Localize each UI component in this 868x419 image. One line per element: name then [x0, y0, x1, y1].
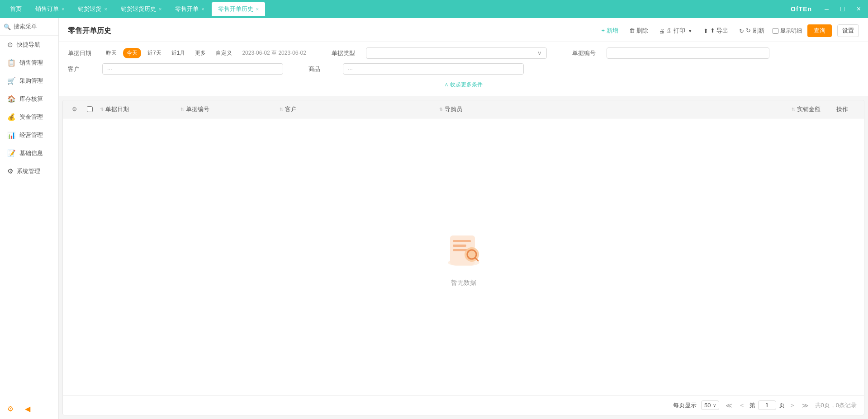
tab-retail-open-history[interactable]: 零售开单历史 ×	[212, 2, 265, 16]
last-page-btn[interactable]: ≫	[800, 401, 811, 410]
export-button[interactable]: ⬆ ⬆ 导出	[701, 25, 731, 37]
empty-text: 暂无数据	[451, 279, 476, 287]
print-button[interactable]: 🖨 🖨 打印 ▼	[656, 25, 695, 37]
tab-sales-return-history[interactable]: 销货退货历史 ×	[114, 2, 168, 16]
filter-area: 单据日期 昨天 今天 近7天 近1月 更多 自定义 2023-06-02 至 2…	[59, 42, 868, 96]
toolbar: + 新增 🗑 删除 🖨 🖨 打印 ▼ ⬆ ⬆ 导出 ↻ ↻ 刷新	[598, 24, 859, 37]
page-number-input[interactable]	[758, 400, 776, 410]
tab-sales-return-history-close[interactable]: ×	[159, 6, 161, 12]
sidebar: 🔍 搜索采单 ⊙ 快捷导航 📋 销售管理 🛒 采购管理 🏠 库存核算 💰	[0, 18, 59, 419]
add-button[interactable]: + 新增	[598, 25, 621, 37]
tab-sales-order[interactable]: 销售订单 ×	[29, 2, 71, 16]
tab-sales-return-history-label: 销货退货历史	[121, 5, 156, 13]
tab-sales-return[interactable]: 销货退货 ×	[71, 2, 113, 16]
tab-retail-open[interactable]: 零售开单 ×	[169, 2, 210, 16]
purchase-mgmt-icon: 🛒	[7, 77, 16, 85]
sort-icon-guide: ⇅	[439, 107, 443, 112]
show-detail-checkbox-area[interactable]: 显示明细	[773, 27, 802, 35]
type-select[interactable]: ∨	[366, 47, 547, 59]
svg-rect-3	[453, 245, 466, 247]
sales-mgmt-icon: 📋	[7, 59, 16, 67]
sidebar-settings-btn[interactable]: ⚙	[4, 402, 17, 415]
date-opt-yesterday[interactable]: 昨天	[102, 48, 120, 58]
per-page-label: 每页显示	[673, 401, 697, 410]
svg-rect-2	[453, 240, 471, 242]
th-customer: ⇅ 客户	[276, 105, 436, 113]
per-page-select[interactable]: 50 ∨	[701, 400, 719, 410]
select-all-checkbox-area[interactable]	[83, 106, 96, 112]
tab-retail-open-history-close[interactable]: ×	[256, 6, 259, 12]
tab-sales-return-label: 销货退货	[78, 5, 101, 13]
sidebar-collapse-btn[interactable]: ◀	[21, 402, 34, 415]
table-header: ⚙ ⇅ 单据日期 ⇅ 单据编号 ⇅ 客户 ⇅ 导购员	[63, 100, 864, 118]
tab-sales-order-close[interactable]: ×	[62, 6, 64, 12]
page-header: 零售开单历史 + 新增 🗑 删除 🖨 🖨 打印 ▼ ⬆ ⬆ 导出 ↻	[59, 18, 868, 42]
sort-icon-date: ⇅	[100, 107, 104, 112]
sidebar-item-purchase-mgmt[interactable]: 🛒 采购管理	[0, 72, 58, 90]
sort-icon-number: ⇅	[180, 107, 184, 112]
top-navigation: 首页 销售订单 × 销货退货 × 销货退货历史 × 零售开单 × 零售开单历史 …	[0, 0, 868, 18]
select-all-checkbox[interactable]	[87, 106, 93, 112]
settings-button[interactable]: 设置	[837, 24, 859, 37]
sidebar-menu: ⊙ 快捷导航 📋 销售管理 🛒 采购管理 🏠 库存核算 💰 资金管理 📊	[0, 36, 58, 398]
brand-name: OfTEn	[791, 5, 812, 13]
tab-retail-open-close[interactable]: ×	[201, 6, 204, 12]
table-area: ⚙ ⇅ 单据日期 ⇅ 单据编号 ⇅ 客户 ⇅ 导购员	[62, 100, 864, 415]
th-action: 操作	[824, 105, 860, 113]
sidebar-search[interactable]: 🔍 搜索采单	[0, 18, 58, 36]
page-suffix: 页	[779, 401, 785, 410]
sidebar-item-finance[interactable]: 💰 资金管理	[0, 108, 58, 126]
sidebar-item-system[interactable]: ⚙ 系统管理	[0, 162, 58, 180]
sidebar-search-label: 搜索采单	[14, 23, 37, 31]
sidebar-item-quick-nav-label: 快捷导航	[17, 41, 40, 49]
main-layout: 🔍 搜索采单 ⊙ 快捷导航 📋 销售管理 🛒 采购管理 🏠 库存核算 💰	[0, 18, 868, 419]
window-controls: OfTEn – □ ×	[791, 4, 864, 14]
sidebar-item-sales-mgmt[interactable]: 📋 销售管理	[0, 54, 58, 72]
basic-info-icon: 📝	[7, 149, 16, 157]
sidebar-item-basic-info[interactable]: 📝 基础信息	[0, 144, 58, 162]
customer-input[interactable]: ···	[102, 63, 283, 75]
tab-sales-return-close[interactable]: ×	[104, 6, 107, 12]
column-settings-icon[interactable]: ⚙	[66, 106, 83, 113]
sidebar-item-operations[interactable]: 📊 经营管理	[0, 126, 58, 144]
window-maximize[interactable]: □	[837, 4, 849, 14]
page-navigation: ≪ ＜ 第 页 ＞ ≫	[724, 400, 811, 410]
tab-home-label: 首页	[10, 5, 22, 13]
number-input[interactable]	[607, 47, 769, 59]
window-close[interactable]: ×	[853, 4, 864, 14]
show-detail-checkbox[interactable]	[773, 28, 778, 34]
goods-label: 商品	[308, 65, 336, 73]
sidebar-item-system-label: 系统管理	[17, 167, 40, 175]
sidebar-item-quick-nav[interactable]: ⊙ 快捷导航	[0, 36, 58, 54]
tab-bar: 首页 销售订单 × 销货退货 × 销货退货历史 × 零售开单 × 零售开单历史 …	[4, 2, 791, 16]
first-page-btn[interactable]: ≪	[724, 401, 734, 410]
refresh-button[interactable]: ↻ ↻ 刷新	[736, 25, 767, 37]
sidebar-item-inventory[interactable]: 🏠 库存核算	[0, 90, 58, 108]
customer-dots: ···	[107, 66, 112, 72]
sidebar-item-finance-label: 资金管理	[19, 113, 43, 121]
date-opt-more[interactable]: 更多	[191, 48, 209, 58]
date-range-display: 2023-06-02 至 2023-06-02	[242, 49, 306, 57]
tab-home[interactable]: 首页	[4, 2, 28, 16]
window-minimize[interactable]: –	[821, 4, 832, 14]
goods-input[interactable]: ···	[343, 63, 524, 75]
th-date: ⇅ 单据日期	[96, 105, 177, 113]
date-opt-today[interactable]: 今天	[123, 48, 141, 58]
th-amount: ⇅ 实销金额	[756, 105, 824, 113]
date-opt-1month[interactable]: 近1月	[168, 48, 189, 58]
tab-retail-open-history-label: 零售开单历史	[218, 5, 253, 13]
print-label: 🖨 🖨 打印	[659, 27, 685, 35]
next-page-btn[interactable]: ＞	[787, 400, 797, 410]
sidebar-item-operations-label: 经营管理	[19, 131, 43, 139]
delete-button[interactable]: 🗑 删除	[626, 25, 651, 37]
per-page-arrow: ∨	[713, 403, 716, 408]
prev-page-btn[interactable]: ＜	[737, 400, 747, 410]
settings-label: 设置	[842, 27, 854, 35]
date-opt-7days[interactable]: 近7天	[144, 48, 165, 58]
date-opt-custom[interactable]: 自定义	[212, 48, 236, 58]
customer-label: 客户	[68, 65, 95, 73]
per-page-value: 50	[704, 402, 711, 409]
page-title: 零售开单历史	[68, 26, 111, 36]
query-button[interactable]: 查询	[807, 24, 832, 37]
collapse-button[interactable]: ∧ 收起更多条件	[440, 79, 487, 90]
